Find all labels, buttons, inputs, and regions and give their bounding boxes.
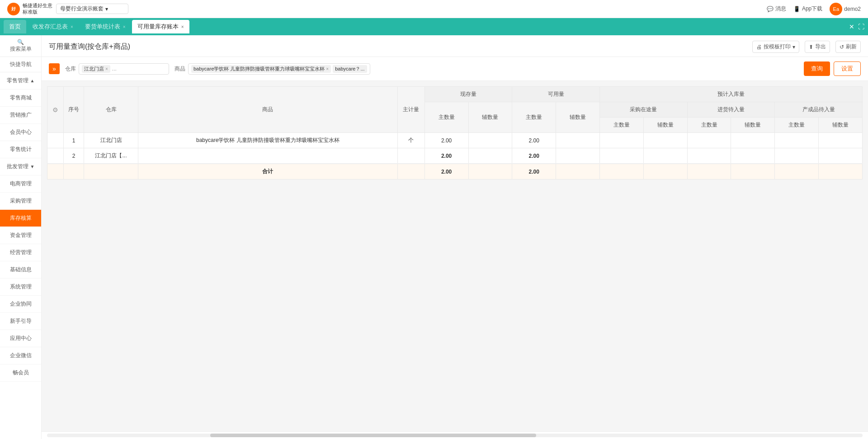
col-incoming-sub-header: 辅数量 (731, 118, 775, 133)
sidebar-item-operations[interactable]: 经营管理 (0, 244, 41, 261)
warehouse-tags-input[interactable]: 江北门店 × ... (79, 63, 169, 75)
cell-incoming-sub (731, 133, 775, 148)
product-label: 商品 (175, 65, 185, 73)
footer-settings (47, 164, 64, 179)
sidebar-item-label: 电商管理 (10, 180, 32, 188)
table-row: 1 江北门店 babycare学饮杯 儿童防摔防撞吸管杯重力球吸嘴杯宝宝水杯 个… (47, 133, 863, 148)
sidebar-item-purchase[interactable]: 采购管理 (0, 193, 41, 210)
sidebar-item-wholesale-mgmt[interactable]: 批发管理 ▼ (0, 158, 41, 175)
horizontal-scrollbar[interactable] (47, 434, 863, 437)
print-icon: 🖨 (756, 44, 762, 50)
sidebar-item-label: 基础信息 (10, 266, 32, 274)
sidebar-item-label: 系统管理 (10, 283, 32, 291)
data-table: ⚙ 序号 仓库 商品 主计量 现存量 可用量 预计入库量 主数量 辅数量 主数量 (47, 86, 863, 179)
tab-receive-summary[interactable]: 收发存汇总表 × (27, 20, 79, 33)
sidebar-item-system-mgmt[interactable]: 系统管理 (0, 279, 41, 296)
sidebar-item-label: 企业微信 (10, 352, 32, 359)
col-incoming-pending-header: 进货待入量 (687, 102, 775, 118)
cell-warehouse: 江北门店【... (84, 148, 138, 164)
sidebar-item-members[interactable]: 会员中心 (0, 124, 41, 141)
tab-close-icon[interactable]: × (71, 24, 73, 29)
tab-available-stock[interactable]: 可用量库存账本 × (132, 20, 189, 33)
sidebar-quick-nav[interactable]: 快捷导航 (0, 57, 41, 72)
content-area: 可用量查询(按仓库+商品) 🖨 按模板打印 ▾ ⬆ 导出 ↺ 刷新 (42, 35, 868, 439)
refresh-icon: ↺ (840, 44, 844, 50)
footer-incoming-sub (731, 164, 775, 179)
col-settings-header[interactable]: ⚙ (47, 87, 64, 133)
sidebar-item-basic-info[interactable]: 基础信息 (0, 261, 41, 279)
footer-current-sub (468, 164, 512, 179)
print-button[interactable]: 🖨 按模板打印 ▾ (752, 41, 799, 53)
product-tag-1-remove[interactable]: × (326, 66, 329, 71)
scrollbar-thumb[interactable] (210, 434, 537, 437)
tab-close-icon[interactable]: × (181, 24, 184, 29)
sidebar-item-retail-stats[interactable]: 零售统计 (0, 141, 41, 158)
sidebar-item-enterprise-wechat[interactable]: 企业微信 (0, 347, 41, 364)
footer-product-sub (819, 164, 863, 179)
search-icon: 🔍 (17, 39, 24, 45)
home-tab-label: 首页 (9, 23, 21, 31)
cell-current-main: 2.00 (425, 133, 468, 148)
cell-product-main (775, 148, 819, 164)
sidebar-item-inventory[interactable]: 库存核算 (0, 210, 41, 227)
footer-empty-2 (84, 164, 138, 179)
industry-selector[interactable]: 母婴行业演示账套 ▾ (56, 4, 128, 14)
cell-warehouse: 江北门店 (84, 133, 138, 148)
warehouse-tag-remove[interactable]: × (105, 66, 108, 71)
cell-available-sub (556, 133, 600, 148)
close-all-tabs-button[interactable]: ✕ (849, 23, 854, 30)
product-tags-input[interactable]: babycare学饮杯 儿童防摔防撞吸管杯重力球吸嘴杯宝宝水杯 × babyca… (188, 63, 370, 75)
sidebar-item-retail-mall[interactable]: 零售商城 (0, 90, 41, 107)
sidebar-item-chang-member[interactable]: 畅会员 (0, 364, 41, 382)
cell-product-sub (819, 148, 863, 164)
message-button[interactable]: 💬 消息 (767, 5, 786, 13)
sidebar-item-label: 新手引导 (10, 317, 32, 325)
sidebar-search[interactable]: 🔍 搜索菜单 (0, 35, 41, 57)
sidebar-item-new-guide[interactable]: 新手引导 (0, 313, 41, 330)
sidebar-item-label: 应用中心 (10, 335, 32, 342)
sidebar-item-finance[interactable]: 资金管理 (0, 227, 41, 244)
page-actions: 🖨 按模板打印 ▾ ⬆ 导出 ↺ 刷新 (752, 41, 861, 53)
footer-available-sub (556, 164, 600, 179)
tab-close-icon[interactable]: × (123, 24, 126, 29)
product-filter: 商品 babycare学饮杯 儿童防摔防撞吸管杯重力球吸嘴杯宝宝水杯 × bab… (175, 63, 370, 75)
footer-product-main (775, 164, 819, 179)
cell-num: 1 (64, 133, 84, 148)
query-button[interactable]: 查询 (804, 61, 830, 76)
tab-label: 可用量库存账本 (137, 23, 179, 31)
sidebar-item-enterprise-collab[interactable]: 企业协同 (0, 296, 41, 313)
warehouse-more[interactable]: ... (112, 66, 117, 72)
logo-area: 好 畅捷通好生意 标准版 (7, 3, 52, 15)
tab-home[interactable]: 首页 (4, 20, 26, 33)
sidebar-item-label: 批发管理 (7, 163, 28, 170)
top-bar-left: 好 畅捷通好生意 标准版 母婴行业演示账套 ▾ (7, 3, 128, 15)
table-footer-row: 合计 2.00 2.00 (47, 164, 863, 179)
footer-label: 合计 (138, 164, 398, 179)
refresh-button[interactable]: ↺ 刷新 (835, 41, 861, 53)
col-product-sub-header: 辅数量 (819, 118, 863, 133)
col-product-header: 商品 (138, 87, 398, 133)
avatar: Ea (830, 3, 842, 15)
sidebar-item-app-center[interactable]: 应用中心 (0, 330, 41, 347)
page-title: 可用量查询(按仓库+商品) (49, 42, 130, 52)
user-profile[interactable]: Ea demo2 (830, 3, 861, 15)
setting-button[interactable]: 设置 (834, 61, 861, 76)
col-current-main-header: 主数量 (425, 102, 468, 133)
cell-product: babycare学饮杯 儿童防摔防撞吸管杯重力球吸嘴杯宝宝水杯 (138, 133, 398, 148)
sidebar-item-retail-mgmt[interactable]: 零售管理 ▲ (0, 72, 41, 90)
col-current-sub-header: 辅数量 (468, 102, 512, 133)
sidebar-item-ecommerce[interactable]: 电商管理 (0, 175, 41, 193)
cell-available-main: 2.00 (512, 148, 556, 164)
nav-tabs: 首页 收发存汇总表 × 要货单统计表 × 可用量库存账本 × ✕ ⛶ (0, 18, 868, 35)
export-button[interactable]: ⬆ 导出 (805, 41, 830, 53)
fullscreen-button[interactable]: ⛶ (858, 23, 864, 30)
top-bar: 好 畅捷通好生意 标准版 母婴行业演示账套 ▾ 💬 消息 📱 App下载 Ea … (0, 0, 868, 18)
sidebar-item-marketing[interactable]: 营销推广 (0, 107, 41, 124)
app-download-button[interactable]: 📱 App下载 (793, 5, 822, 13)
main-layout: 🔍 搜索菜单 快捷导航 零售管理 ▲ 零售商城 营销推广 会员中心 零售统计 批… (0, 35, 868, 439)
tab-order-stats[interactable]: 要货单统计表 × (80, 20, 131, 33)
cell-incoming-main (687, 133, 731, 148)
filter-toggle-button[interactable]: » (49, 63, 60, 74)
page-header: 可用量查询(按仓库+商品) 🖨 按模板打印 ▾ ⬆ 导出 ↺ 刷新 (42, 35, 868, 57)
tab-label: 要货单统计表 (85, 23, 120, 31)
